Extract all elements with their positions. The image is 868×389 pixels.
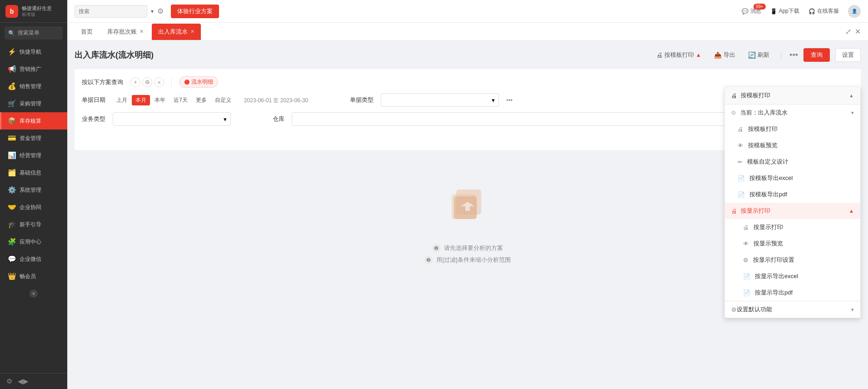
date-tab-last-7[interactable]: 近7天 bbox=[170, 95, 191, 105]
sidebar-item-finance[interactable]: 💳 资金管理 bbox=[0, 130, 67, 147]
sidebar-item-purchase[interactable]: 🛒 采购管理 bbox=[0, 95, 67, 112]
sidebar-item-system[interactable]: ⚙️ 系统管理 bbox=[0, 181, 67, 199]
toolbar-divider: | bbox=[780, 51, 782, 59]
current-template-icon: ⊙ bbox=[731, 110, 736, 116]
business-type-select[interactable]: ▾ bbox=[113, 112, 231, 126]
print-label: 按模板打印 bbox=[664, 51, 694, 59]
sidebar-scroll-down[interactable]: ▼ bbox=[30, 289, 38, 298]
display-section-header[interactable]: 🖨 按显示打印 ▲ bbox=[725, 203, 860, 219]
tab-flow-close[interactable]: ✕ bbox=[190, 29, 195, 35]
date-tab-this-month[interactable]: 本月 bbox=[132, 95, 150, 105]
date-tab-last-month[interactable]: 上月 bbox=[113, 95, 131, 105]
printer-header-icon: 🖨 bbox=[731, 92, 737, 99]
date-tab-this-year[interactable]: 本年 bbox=[151, 95, 169, 105]
dropdown-item-display-preview[interactable]: 👁 按显示预览 bbox=[725, 235, 860, 252]
print-button[interactable]: 🖨 按模板打印 ▲ bbox=[653, 49, 705, 61]
dropdown-header-label: 按模板打印 bbox=[741, 91, 770, 100]
sidebar-collapse-icon[interactable]: ◀▶ bbox=[18, 377, 29, 385]
date-tab-custom[interactable]: 自定义 bbox=[211, 95, 235, 105]
more-options-icon[interactable]: ••• bbox=[789, 50, 798, 60]
dropdown-item-template-preview[interactable]: 👁 按模板预览 bbox=[725, 137, 860, 154]
industry-solution-button[interactable]: 体验行业方案 bbox=[171, 5, 219, 18]
sidebar: b 畅捷通好生意 标准版 🔍 搜索菜单 ⚡ 快捷导航 📢 营销推广 bbox=[0, 0, 67, 389]
sidebar-item-marketing[interactable]: 📢 营销推广 bbox=[0, 60, 67, 78]
dropdown-item-display-excel[interactable]: 📄 按显示导出excel bbox=[725, 268, 860, 284]
sidebar-item-vip[interactable]: 👑 畅会员 bbox=[0, 268, 67, 285]
sidebar-item-guide[interactable]: 🎓 新手引导 bbox=[0, 216, 67, 233]
tab-home-label: 首页 bbox=[81, 28, 93, 36]
enterprise-icon: 🤝 bbox=[8, 203, 16, 211]
tab-home[interactable]: 首页 bbox=[75, 24, 99, 40]
dropdown-item-display-print[interactable]: 🖨 按显示打印 bbox=[725, 219, 860, 235]
avatar[interactable]: 👤 bbox=[848, 5, 861, 18]
settings-button[interactable]: 设置 bbox=[835, 48, 861, 62]
empty-step-2-text: 用[过滤]条件来缩小分析范围 bbox=[436, 256, 510, 264]
sidebar-item-wechat[interactable]: 💬 企业微信 bbox=[0, 250, 67, 268]
date-tab-more[interactable]: 更多 bbox=[192, 95, 210, 105]
doc-type-select[interactable]: ▾ bbox=[381, 93, 499, 107]
filter-settings-button[interactable]: ⚙ bbox=[142, 77, 152, 87]
print-dropdown-menu: 🖨 按模板打印 ▲ ⊙ 当前：出入库流水 ▾ 🖨 按模板打印 � bbox=[724, 86, 861, 318]
finance-icon: 💳 bbox=[8, 134, 16, 142]
message-button[interactable]: 💬 消息 99+ bbox=[742, 7, 761, 15]
chevron-down-icon: ▾ bbox=[151, 8, 154, 15]
header-search-input[interactable] bbox=[75, 5, 147, 18]
sidebar-item-operation[interactable]: 📊 经营管理 bbox=[0, 147, 67, 164]
guide-icon: 🎓 bbox=[8, 220, 16, 229]
dropdown-item-template-custom[interactable]: ✏ 模板自定义设计 bbox=[725, 154, 860, 170]
sidebar-item-appstore[interactable]: 🧩 应用中心 bbox=[0, 233, 67, 250]
header-dropdown-button[interactable]: ▾ bbox=[151, 8, 154, 15]
sidebar-item-enterprise[interactable]: 🤝 企业协同 bbox=[0, 199, 67, 216]
display-excel-label: 按显示导出excel bbox=[755, 272, 798, 280]
refresh-button[interactable]: 🔄 刷新 bbox=[744, 49, 773, 61]
online-service-button[interactable]: 🎧 在线客服 bbox=[808, 7, 839, 15]
header-gear-icon[interactable]: ⚙ bbox=[157, 7, 164, 15]
tab-batch-account-label: 库存批次账 bbox=[107, 28, 137, 36]
sidebar-item-label: 新手引导 bbox=[20, 221, 41, 229]
dropdown-item-template-pdf[interactable]: 📄 按模板导出pdf bbox=[725, 186, 860, 203]
page-title-row: 出入库流水(流水明细) 🖨 按模板打印 ▲ 📤 导出 🔄 刷新 bbox=[75, 48, 861, 62]
template-pdf-icon: 📄 bbox=[738, 191, 745, 198]
sidebar-item-basic[interactable]: 🗂️ 基础信息 bbox=[0, 164, 67, 181]
main-content: ▾ ⚙ 体验行业方案 💬 消息 99+ 📱 App下载 🎧 在线客服 bbox=[67, 0, 868, 389]
add-filter-button[interactable]: + bbox=[130, 77, 140, 87]
dropdown-current-item[interactable]: ⊙ 当前：出入库流水 ▾ bbox=[725, 105, 860, 121]
close-window-icon[interactable]: ✕ bbox=[855, 27, 861, 36]
sidebar-item-quick-nav[interactable]: ⚡ 快捷导航 bbox=[0, 43, 67, 60]
dropdown-header: 🖨 按模板打印 ▲ bbox=[725, 87, 860, 105]
app-download-button[interactable]: 📱 App下载 bbox=[770, 7, 799, 15]
search-menu-button[interactable]: 🔍 搜索菜单 bbox=[5, 26, 63, 40]
tab-flow[interactable]: 出入库流水 ✕ bbox=[152, 24, 201, 40]
sidebar-item-sales[interactable]: 💰 销售管理 bbox=[0, 78, 67, 95]
sidebar-item-label: 快捷导航 bbox=[20, 48, 41, 56]
maximize-icon[interactable]: ⤢ bbox=[845, 27, 851, 36]
filter-tag-icon: 🔴 bbox=[184, 80, 190, 85]
tab-flow-label: 出入库流水 bbox=[158, 28, 188, 36]
dropdown-item-display-pdf[interactable]: 📄 按显示导出pdf bbox=[725, 284, 860, 301]
dropdown-item-template-print[interactable]: 🖨 按模板打印 bbox=[725, 121, 860, 137]
header-search-area: ▾ ⚙ bbox=[75, 5, 164, 18]
appstore-icon: 🧩 bbox=[8, 238, 16, 246]
filter-vertical-divider bbox=[171, 78, 172, 87]
display-settings-icon: ⚙ bbox=[743, 257, 748, 264]
export-button[interactable]: 📤 导出 bbox=[710, 49, 739, 61]
sidebar-item-label: 应用中心 bbox=[20, 238, 41, 246]
basic-icon: 🗂️ bbox=[8, 169, 16, 177]
doc-type-more-icon[interactable]: ••• bbox=[506, 97, 513, 104]
filter-actions: + ⚙ « bbox=[130, 77, 164, 87]
dropdown-item-template-excel[interactable]: 📄 按模板导出excel bbox=[725, 170, 860, 186]
filter-collapse-button[interactable]: « bbox=[154, 77, 164, 87]
sidebar-item-inventory[interactable]: 📦 库存核算 bbox=[0, 112, 67, 130]
tab-batch-account[interactable]: 库存批次账 ✕ bbox=[101, 24, 150, 40]
dropdown-footer-item[interactable]: ⚙ 设置默认功能 ▾ bbox=[725, 301, 860, 318]
tab-batch-account-close[interactable]: ✕ bbox=[140, 29, 144, 35]
dropdown-header-chevron[interactable]: ▲ bbox=[849, 93, 854, 98]
dropdown-item-display-settings[interactable]: ⚙ 按显示打印设置 bbox=[725, 252, 860, 268]
page-title: 出入库流水(流水明细) bbox=[75, 50, 154, 60]
filter-tag-label: 流水明细 bbox=[191, 78, 213, 86]
query-button[interactable]: 查询 bbox=[803, 48, 830, 62]
active-filter-tag[interactable]: 🔴 流水明细 bbox=[179, 76, 218, 88]
search-menu-label: 搜索菜单 bbox=[18, 29, 40, 37]
inventory-icon: 📦 bbox=[8, 117, 16, 125]
sidebar-settings-icon[interactable]: ⚙ bbox=[6, 377, 12, 385]
